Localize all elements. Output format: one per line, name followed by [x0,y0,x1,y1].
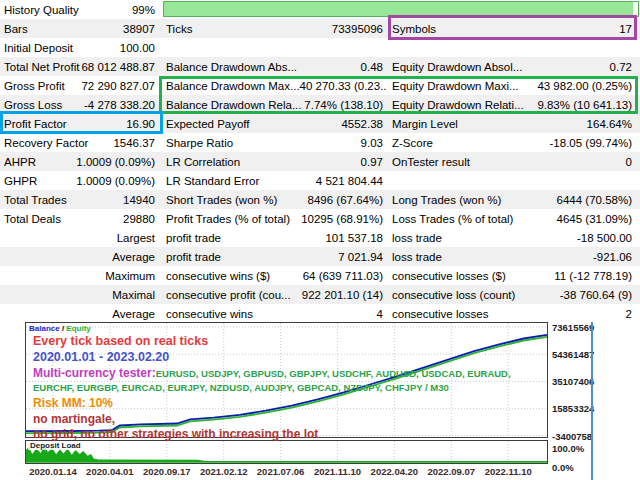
stat-value: 10295 (68.91%) [301,213,383,225]
x-tick-label: 2022.04.20 [365,466,423,477]
stat-pair: Largest [0,228,162,247]
stat-pair: Z-Score-18.05 (99.74%) [386,133,640,152]
annotation-tick-note: Every tick based on real ticks [33,334,208,348]
stat-pair: Equity Drawdown Absol...0.72 [386,57,640,76]
stat-label: Gross Loss [4,99,62,111]
x-tick-label: 2020.01.14 [24,466,82,477]
stat-pair: consecutive wins4 [162,304,386,323]
stat-label: Sharpe Ratio [166,137,233,149]
stat-value: -38 760.64 (9) [560,289,632,301]
stat-value: Average [112,308,155,320]
table-row[interactable]: Total Deals29880Profit Trades (% of tota… [0,209,640,228]
stat-label: consecutive profit (cou... [166,289,291,301]
stat-label: loss trade [392,232,442,244]
stat-pair: Initial Deposit100.00 [0,38,162,57]
x-tick-label: 2022.11.10 [479,466,537,477]
stat-value: 0.97 [361,156,383,168]
profit-factor-highlight-box [0,111,163,134]
stat-label: consecutive wins ($) [166,270,270,282]
stat-label: AHPR [4,156,36,168]
stat-label: Loss Trades (% of total) [392,213,513,225]
table-row[interactable]: Total Trades14940Short Trades (won %)849… [0,190,640,209]
chart-legend: Balance / Equity [29,324,91,333]
stat-value: 7 021.94 [338,251,383,263]
table-row[interactable]: Initial Deposit100.00 [0,38,640,57]
annotation-tester-label: Multi-currency tester: [33,366,156,380]
stat-pair: Margin Level164.64% [386,114,640,133]
annotation-no-grid: no grid, no other strategies with increa… [33,427,318,441]
symbols-highlight-box [388,15,637,40]
balance-equity-chart[interactable]: 73615569543614873510740615853324-3400758… [25,322,640,480]
stat-pair: consecutive losses ($)11 (-12 778.19) [386,266,640,285]
table-row[interactable]: GHPR1.0009 (0.09%)LR Standard Error4 521… [0,171,640,190]
annotation-date-range: 2020.01.01 - 2023.02.20 [33,350,169,364]
y-tick-label: 35107406 [552,376,614,387]
stat-label: consecutive loss (count) [392,289,515,301]
stat-label: GHPR [4,175,37,187]
table-row[interactable]: Maximumconsecutive wins ($)64 (639 711.0… [0,266,640,285]
table-row[interactable]: Maximalconsecutive profit (cou...922 201… [0,285,640,304]
stat-pair: Average [0,247,162,266]
stat-value: -18 500.00 [577,232,632,244]
deposit-load-canvas[interactable] [25,440,548,466]
table-row[interactable]: Largestprofit trade101 537.18loss trade-… [0,228,640,247]
stat-value: -4 278 338.20 [84,99,155,111]
stat-label: Total Trades [4,194,67,206]
stat-value: -18.05 (99.74%) [550,137,632,149]
stat-pair: loss trade-18 500.00 [386,228,640,247]
stat-label: profit trade [166,232,221,244]
stat-value: 164.64% [587,118,632,130]
x-tick-label: 2022.09.07 [422,466,480,477]
stat-label: Long Trades (won %) [392,194,501,206]
stat-pair: GHPR1.0009 (0.09%) [0,171,162,190]
table-row[interactable]: Averageprofit trade7 021.94loss trade-92… [0,247,640,266]
stat-value: Largest [117,232,155,244]
stat-label: Profit Trades (% of total) [166,213,290,225]
stat-pair: LR Standard Error4 521 804.44 [162,171,386,190]
table-row[interactable]: Averageconsecutive wins4consecutive loss… [0,304,640,323]
stat-value: 4 [377,308,383,320]
table-row[interactable]: Recovery Factor1546.37Sharpe Ratio9.03Z-… [0,133,640,152]
stat-value: 922 201.10 (14) [302,289,383,301]
x-tick-label: 2021.07.06 [252,466,310,477]
stat-label: Short Trades (won %) [166,194,277,206]
stat-pair: consecutive profit (cou...922 201.10 (14… [162,285,386,304]
table-row[interactable]: AHPR1.0009 (0.09%)LR Correlation0.97OnTe… [0,152,640,171]
stat-pair: profit trade7 021.94 [162,247,386,266]
stat-label: Equity Drawdown Absol... [392,61,522,73]
stat-label: consecutive wins [166,308,253,320]
stat-pair: LR Correlation0.97 [162,152,386,171]
stat-label: Gross Profit [4,80,65,92]
stat-label: Total Net Profit [4,61,79,73]
stat-pair: Expected Payoff4552.38 [162,114,386,133]
annotation-no-martingale: no martingale, [33,412,115,426]
annotation-symbols-line1: EURUSD, USDJPY, GBPUSD, GBPJPY, USDCHF, … [156,368,511,379]
stat-pair: Average [0,304,162,323]
legend-balance: Balance [29,324,60,333]
annotation-tester: Multi-currency tester:EURUSD, USDJPY, GB… [33,366,511,380]
annotation-symbols-line2: EURCHF, EURGBP, EURCAD, EURJPY, NZDUSD, … [33,382,449,393]
stat-value: Average [112,251,155,263]
stat-label: Margin Level [392,118,458,130]
stat-value: Maximal [112,289,155,301]
x-tick-label: 2020.04.01 [81,466,139,477]
chart-right-edge-line [591,322,593,480]
stat-label: Total Deals [4,213,61,225]
stat-label: profit trade [166,251,221,263]
stat-label: Bars [4,23,28,35]
stat-value: 4645 (31.09%) [557,213,632,225]
table-row[interactable]: Total Net Profit68 012 488.87Balance Dra… [0,57,640,76]
stat-value: 0.72 [610,61,632,73]
stat-label: History Quality [4,4,79,16]
stat-value: 68 012 488.87 [81,61,155,73]
stat-pair: History Quality99% [0,0,162,19]
y-tick-label: 15853324 [552,403,614,414]
stat-label: loss trade [392,251,442,263]
stat-pair: Maximal [0,285,162,304]
stat-pair: AHPR1.0009 (0.09%) [0,152,162,171]
stat-value: Maximum [105,270,155,282]
stat-pair: loss trade-921.06 [386,247,640,266]
stat-pair: Gross Profit72 290 827.07 [0,76,162,95]
stat-value: 0 [626,156,632,168]
stat-value: 1.0009 (0.09%) [76,156,155,168]
